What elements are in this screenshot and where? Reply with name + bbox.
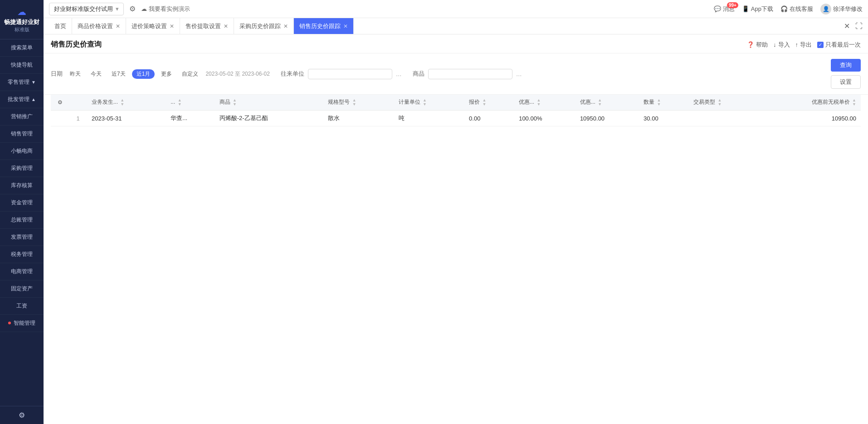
export-button[interactable]: ↑ 导出 (795, 41, 812, 49)
row-price: 0.00 (464, 111, 514, 126)
sidebar-item-finance-mgmt[interactable]: 资金管理 (0, 194, 44, 212)
sidebar-item-inventory[interactable]: 库存核算 (0, 177, 44, 194)
help-button[interactable]: ❓ 帮助 (747, 41, 768, 49)
tab-sale-price-close-icon[interactable]: ✕ (224, 23, 228, 29)
col-product[interactable]: 商品 ▲▼ (215, 95, 324, 111)
row-gear (51, 111, 69, 126)
app-download-button[interactable]: 📱 App下载 (742, 5, 773, 13)
date-range-display: 2023-05-02 至 2023-06-02 (205, 70, 269, 78)
tab-sales-history-close-icon[interactable]: ✕ (343, 23, 348, 29)
query-button[interactable]: 查询 (831, 59, 861, 72)
import-button[interactable]: ↓ 导入 (773, 41, 790, 49)
help-icon: ❓ (747, 41, 754, 48)
row-discount1: 100.00% (514, 111, 575, 126)
tab-purchase-strategy-close-icon[interactable]: ✕ (170, 23, 174, 29)
row-biz-date: 2023-05-31 (87, 111, 166, 126)
data-table: ⚙ 业务发生... ▲▼ ... ▲▼ 商品 ▲▼ (51, 95, 861, 126)
product-more-icon[interactable]: … (516, 71, 522, 77)
date-btn-yesterday[interactable]: 昨天 (66, 69, 84, 79)
sidebar-item-sales-mgmt[interactable]: 销售管理 (0, 125, 44, 143)
online-service-button[interactable]: 🎧 在线客服 (780, 5, 813, 13)
table-header: ⚙ 业务发生... ▲▼ ... ▲▼ 商品 ▲▼ (51, 95, 861, 111)
tab-sale-price-label: 售价提取设置 (185, 22, 221, 30)
tab-product-price-close-icon[interactable]: ✕ (116, 23, 120, 29)
col-spec[interactable]: 规格型号 ▲▼ (323, 95, 394, 111)
col-unit[interactable]: 计量单位 ▲▼ (394, 95, 464, 111)
page-content: 销售历史价查询 ❓ 帮助 ↓ 导入 ↑ 导出 ✓ 只看最后一次 (44, 34, 868, 424)
user-avatar: 👤 (820, 4, 831, 14)
service-icon: 🎧 (780, 5, 788, 12)
col-price[interactable]: 报价 ▲▼ (464, 95, 514, 111)
tab-purchase-history-close-icon[interactable]: ✕ (283, 23, 288, 29)
sidebar-item-smart-mgmt[interactable]: 智能管理 (0, 315, 44, 332)
date-btn-7days[interactable]: 近7天 (108, 69, 129, 79)
tab-sales-history-label: 销售历史价跟踪 (299, 22, 341, 30)
user-menu-button[interactable]: 👤 徐泽华修改 (820, 4, 863, 14)
message-button[interactable]: 💬 消息 99+ (714, 5, 735, 13)
sidebar-item-wholesale-mgmt[interactable]: 批发管理 ▲ (0, 91, 44, 108)
username-label: 徐泽华修改 (833, 5, 863, 13)
row-product: 丙烯酸-2-乙基己酯 (215, 111, 324, 126)
tab-product-price[interactable]: 商品价格设置 ✕ (72, 18, 126, 34)
product-input[interactable] (428, 69, 512, 79)
table-row: 1 2023-05-31 华查... 丙烯酸-2-乙基己酯 散水 吨 0.00 … (51, 111, 861, 126)
col-more1[interactable]: ... ▲▼ (166, 95, 215, 111)
wholesale-expand-icon: ▲ (31, 97, 36, 102)
col-discount2[interactable]: 优惠... ▲▼ (575, 95, 639, 111)
sidebar-settings-button[interactable]: ⚙ (0, 406, 44, 424)
row-more1: 华查... (166, 111, 215, 126)
sidebar-item-marketing[interactable]: 营销推广 (0, 108, 44, 125)
table-body: 1 2023-05-31 华查... 丙烯酸-2-乙基己酯 散水 吨 0.00 … (51, 111, 861, 126)
date-btn-more[interactable]: 更多 (157, 69, 176, 79)
main-content: 好业财标准版交付试用 ▾ ⚙ ☁ 我要看实例演示 💬 消息 99+ 📱 App下… (44, 0, 868, 424)
tab-home[interactable]: 首页 (49, 18, 72, 34)
tab-purchase-strategy[interactable]: 进价策略设置 ✕ (126, 18, 180, 34)
date-btn-1month[interactable]: 近1月 (132, 69, 155, 79)
tab-sale-price[interactable]: 售价提取设置 ✕ (180, 18, 234, 34)
date-field: 日期 昨天 今天 近7天 近1月 更多 自定义 2023-05-02 至 202… (51, 69, 270, 79)
date-btn-today[interactable]: 今天 (87, 69, 105, 79)
sidebar-item-retail-mgmt[interactable]: 零售管理 ▼ (0, 74, 44, 91)
sidebar-item-search-menu[interactable]: 搜索菜单 (0, 39, 44, 57)
sidebar-item-payroll[interactable]: 工资 (0, 298, 44, 315)
export-icon: ↑ (795, 41, 799, 48)
sort-icon-discount1: ▲▼ (537, 98, 541, 106)
col-trade-type[interactable]: 交易类型 ▲▼ (689, 95, 759, 111)
checkbox-checked-icon: ✓ (817, 42, 824, 48)
tabbar-actions: ✕ ⛶ (839, 20, 868, 32)
row-trade-type (689, 111, 759, 126)
sidebar-item-ecommerce-small[interactable]: 小畅电商 (0, 143, 44, 160)
sidebar-item-quick-nav[interactable]: 快捷导航 (0, 57, 44, 74)
col-no-tax-price[interactable]: 优惠前无税单价 ▲▼ (760, 95, 861, 111)
smart-mgmt-dot (8, 322, 11, 324)
date-btn-custom[interactable]: 自定义 (178, 69, 202, 79)
row-spec: 散水 (323, 111, 394, 126)
sidebar-item-purchase-mgmt[interactable]: 采购管理 (0, 160, 44, 177)
sidebar-item-tax-mgmt[interactable]: 税务管理 (0, 246, 44, 263)
col-qty[interactable]: 数量 ▲▼ (639, 95, 689, 111)
retail-expand-icon: ▼ (31, 80, 36, 85)
app-logo: ☁ 畅捷通好业财 标准版 (0, 0, 44, 39)
sort-icon-product: ▲▼ (233, 98, 237, 106)
col-gear: ⚙ (51, 95, 69, 111)
supplier-more-icon[interactable]: … (396, 71, 402, 77)
sidebar-item-fixed-assets[interactable]: 固定资产 (0, 280, 44, 298)
sort-icon-discount2: ▲▼ (598, 98, 602, 106)
supplier-input[interactable] (308, 69, 392, 79)
settings-button[interactable]: 设置 (831, 75, 861, 89)
col-discount1[interactable]: 优惠... ▲▼ (514, 95, 575, 111)
demo-button[interactable]: ☁ 我要看实例演示 (141, 5, 190, 13)
tab-purchase-history[interactable]: 采购历史价跟踪 ✕ (234, 18, 294, 34)
module-selector[interactable]: 好业财标准版交付试用 ▾ (49, 3, 124, 15)
tab-maximize-icon[interactable]: ⛶ (853, 20, 864, 32)
sidebar-item-ecommerce-mgmt[interactable]: 电商管理 (0, 263, 44, 280)
col-biz-date[interactable]: 业务发生... ▲▼ (87, 95, 166, 111)
topbar-settings-icon[interactable]: ⚙ (129, 5, 136, 13)
tab-close-icon[interactable]: ✕ (842, 20, 852, 32)
sidebar-item-invoice-mgmt[interactable]: 发票管理 (0, 229, 44, 246)
tab-sales-history[interactable]: 销售历史价跟踪 ✕ (294, 18, 354, 34)
table-header-row: ⚙ 业务发生... ▲▼ ... ▲▼ 商品 ▲▼ (51, 95, 861, 111)
product-field: 商品 … (413, 69, 522, 79)
sidebar-item-ledger-mgmt[interactable]: 总账管理 (0, 212, 44, 229)
only-last-checkbox[interactable]: ✓ 只看最后一次 (817, 41, 861, 49)
